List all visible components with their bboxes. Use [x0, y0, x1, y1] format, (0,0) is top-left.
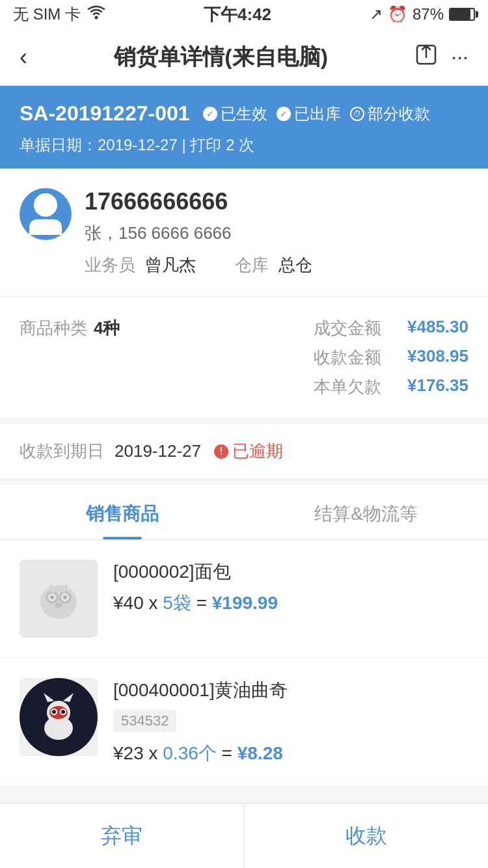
clock-icon: ⏱ [350, 107, 364, 121]
category-label: 商品种类 [20, 317, 87, 340]
sales-value: 曾凡杰 [145, 255, 196, 275]
location-icon: ↗ [370, 5, 383, 23]
warehouse-value: 总仓 [278, 255, 312, 275]
status-badge-1: ✓ 已生效 [203, 103, 267, 124]
reject-button[interactable]: 弃审 [0, 804, 245, 868]
product-price-0: ¥40 x 5袋 = ¥199.99 [113, 591, 468, 616]
stat-label-2: 本单欠款 [314, 375, 381, 398]
product-thumb-1 [20, 678, 98, 756]
product-qty-1: 0.36个 [163, 743, 217, 763]
svg-point-7 [50, 595, 54, 599]
product-total-0: ¥199.99 [212, 593, 278, 613]
product-unit-price-0: ¥40 [113, 593, 144, 613]
battery-icon [449, 8, 475, 21]
category-num: 4种 [94, 317, 120, 340]
customer-name: 张，156 6666 6666 [85, 222, 468, 245]
status-badges: ✓ 已生效 ✓ 已出库 ⏱ 部分收款 [203, 103, 430, 124]
checkmark-icon-2: ✓ [277, 107, 291, 121]
customer-info: 17666666666 张，156 6666 6666 业务员 曾凡杰 仓库 总… [85, 188, 468, 277]
product-name-0: [0000002]面包 [113, 560, 468, 584]
status-badge-3: ⏱ 部分收款 [350, 103, 430, 124]
order-date-print: 单据日期：2019-12-27 | 打印 2 次 [20, 135, 468, 156]
battery-percent: 87% [413, 5, 444, 23]
product-name-1: [000400001]黄油曲奇 [113, 678, 468, 703]
product-thumb-0 [20, 560, 98, 638]
product-tag-1: 534532 [113, 710, 176, 732]
product-total-1: ¥8.28 [237, 743, 283, 763]
stat-label-0: 成交金额 [314, 317, 381, 340]
customer-section: 17666666666 张，156 6666 6666 业务员 曾凡杰 仓库 总… [0, 169, 488, 297]
more-button[interactable]: ··· [451, 45, 468, 69]
product-item-1: [000400001]黄油曲奇 534532 ¥23 x 0.36个 = ¥8.… [0, 658, 488, 785]
order-id: SA-20191227-001 [20, 102, 190, 126]
wifi-icon [87, 5, 105, 23]
alarm-icon: ⏰ [388, 5, 407, 23]
overdue-date: 2019-12-27 [115, 441, 201, 461]
svg-point-16 [52, 710, 56, 714]
stat-row-2: 本单欠款 ¥176.35 [314, 375, 468, 398]
product-qty-0: 5袋 [163, 593, 191, 613]
product-price-1: ¥23 x 0.36个 = ¥8.28 [113, 741, 468, 766]
warehouse-label: 仓库 [235, 255, 269, 275]
stat-val-0: ¥485.30 [407, 317, 468, 340]
status-bar: 无 SIM 卡 下午4:42 ↗ ⏰ 87% [0, 0, 488, 29]
customer-meta: 业务员 曾凡杰 仓库 总仓 [85, 254, 468, 277]
status-right: ↗ ⏰ 87% [370, 5, 475, 23]
bottom-bar: 弃审 收款 [0, 803, 488, 868]
tab-settlement-logistics[interactable]: 结算&物流等 [244, 485, 488, 539]
status-time: 下午4:42 [204, 3, 271, 26]
svg-point-17 [61, 710, 65, 714]
stats-right: 成交金额 ¥485.30 收款金额 ¥308.95 本单欠款 ¥176.35 [314, 317, 468, 398]
svg-point-2 [40, 585, 77, 619]
overdue-badge: ! 已逾期 [214, 440, 283, 463]
back-button[interactable]: ‹ [20, 44, 27, 71]
product-list: [0000002]面包 ¥40 x 5袋 = ¥199.99 [0, 540, 488, 785]
svg-point-9 [55, 603, 62, 608]
product-info-1: [000400001]黄油曲奇 534532 ¥23 x 0.36个 = ¥8.… [113, 678, 468, 766]
nav-bar: ‹ 销货单详情(来自电脑) ··· [0, 29, 488, 86]
stats-left: 商品种类 4种 [20, 317, 120, 398]
carrier-text: 无 SIM 卡 [13, 4, 81, 25]
sales-label: 业务员 [85, 255, 135, 275]
product-info-0: [0000002]面包 ¥40 x 5袋 = ¥199.99 [113, 560, 468, 616]
order-header: SA-20191227-001 ✓ 已生效 ✓ 已出库 ⏱ 部分收款 单据日期：… [0, 86, 488, 169]
overdue-exclamation-icon: ! [214, 444, 228, 459]
overdue-section: 收款到期日 2019-12-27 ! 已逾期 [0, 424, 488, 485]
product-item-0: [0000002]面包 ¥40 x 5袋 = ¥199.99 [0, 540, 488, 657]
stat-val-1: ¥308.95 [407, 346, 468, 369]
overdue-label: 收款到期日 [20, 440, 104, 463]
product-thumb-placeholder-0 [20, 560, 98, 638]
avatar [20, 188, 72, 240]
customer-phone: 17666666666 [85, 188, 468, 215]
share-button[interactable] [414, 43, 438, 72]
overdue-text: 已逾期 [232, 440, 283, 463]
checkmark-icon-1: ✓ [203, 107, 217, 121]
warehouse-meta: 仓库 总仓 [235, 254, 312, 277]
stats-section: 商品种类 4种 成交金额 ¥485.30 收款金额 ¥308.95 本单欠款 ¥… [0, 297, 488, 424]
stat-label-1: 收款金额 [314, 346, 381, 369]
tab-sales-products[interactable]: 销售商品 [0, 485, 244, 539]
avatar-body [29, 219, 62, 235]
product-thumb-circle-1 [20, 678, 98, 756]
sales-meta: 业务员 曾凡杰 [85, 254, 196, 277]
svg-point-8 [63, 595, 67, 599]
svg-point-0 [95, 16, 98, 20]
page-title: 销货单详情(来自电脑) [114, 42, 328, 72]
tabs-section: 销售商品 结算&物流等 [0, 485, 488, 540]
nav-actions: ··· [414, 43, 468, 72]
product-unit-price-1: ¥23 [113, 743, 144, 763]
status-badge-2: ✓ 已出库 [277, 103, 341, 124]
stat-row-0: 成交金额 ¥485.30 [314, 317, 468, 340]
category-count: 商品种类 4种 [20, 317, 120, 340]
stat-val-2: ¥176.35 [407, 375, 468, 398]
stat-row-1: 收款金额 ¥308.95 [314, 346, 468, 369]
status-left: 无 SIM 卡 [13, 4, 105, 25]
collect-button[interactable]: 收款 [245, 804, 489, 868]
avatar-person [34, 193, 57, 217]
